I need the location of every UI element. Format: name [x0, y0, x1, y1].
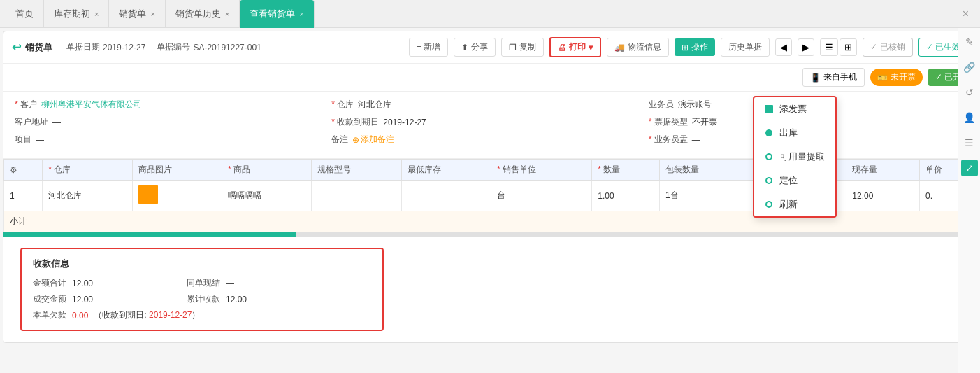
mobile-button[interactable]: 📱 来自手机: [802, 68, 865, 87]
tab-sales-history[interactable]: 销货单历史 ×: [166, 0, 240, 28]
col-unit: * 销售单位: [491, 160, 592, 181]
cell-index: 1: [4, 181, 43, 211]
gear-icon[interactable]: ⚙: [10, 165, 17, 175]
customer-label: 客户: [15, 99, 37, 111]
history-button[interactable]: 历史单据: [721, 38, 770, 57]
quantity-pick-icon: [764, 152, 774, 162]
copy-icon: ❐: [509, 43, 517, 52]
cell-product-img: [132, 181, 222, 211]
customer-value[interactable]: 柳州粤港平安气体有限公司: [41, 99, 142, 111]
same-order-field: 同单现结 —: [187, 277, 312, 289]
total-amount-field: 金额合计 12.00: [33, 277, 159, 289]
deal-amount-label: 成交金额: [33, 293, 66, 305]
dropdown-location[interactable]: 定位: [754, 169, 835, 192]
payment-row-1: 金额合计 12.00 同单现结 —: [33, 277, 371, 289]
dropdown-outstock[interactable]: 出库: [754, 121, 835, 145]
add-invoice-icon: [764, 104, 774, 114]
dropdown-quantity-pick[interactable]: 可用量提取: [754, 145, 835, 169]
employee-label: 业务员: [649, 99, 674, 111]
tab-close-sales[interactable]: ×: [150, 10, 154, 18]
document-actions: + 新增 ⬆ 分享 ❐ 复制 🖨 打印 ▾ 🚚 物流信息 ⊞ 操作: [409, 37, 968, 57]
print-dropdown-icon: ▾: [589, 43, 593, 52]
tab-sales-order[interactable]: 销货单 ×: [109, 0, 165, 28]
col-settings[interactable]: ⚙: [4, 160, 43, 181]
number-label: 单据编号: [157, 41, 190, 53]
sales-person-value: —: [692, 135, 700, 145]
same-order-value: —: [226, 279, 234, 288]
notes-field: 备注 ⊕ 添加备注: [331, 134, 648, 146]
employee-value: 演示账号: [678, 99, 712, 111]
due-date-value: 2019-12-27: [149, 310, 192, 320]
operate-button[interactable]: ⊞ 操作: [675, 38, 715, 56]
copy-button[interactable]: ❐ 复制: [501, 38, 544, 57]
tab-home[interactable]: 首页: [6, 0, 44, 28]
grid-icon: ⊞: [682, 43, 689, 52]
deal-amount-field: 成交金额 12.00: [33, 293, 159, 305]
cell-pack-qty: 1台: [660, 181, 749, 211]
address-label: 客户地址: [15, 116, 48, 128]
date-value: 2019-12-27: [103, 43, 145, 52]
doc-icon: ↩: [12, 41, 21, 54]
add-note-button[interactable]: ⊕ 添加备注: [352, 134, 394, 146]
tab-inventory-init[interactable]: 库存期初 ×: [44, 0, 109, 28]
cancelled-status-button[interactable]: ✓ 已核销: [863, 38, 912, 57]
overdue-value: 0.00: [72, 311, 88, 321]
cell-product: 嗝嗝嗝嗝: [222, 181, 312, 211]
sidebar-expand-icon[interactable]: ⤢: [961, 160, 978, 176]
number-value: SA-20191227-001: [193, 43, 261, 52]
tab-close-inventory[interactable]: ×: [94, 10, 99, 18]
deal-amount-value: 12.00: [72, 295, 93, 304]
sidebar-user-icon[interactable]: 👤: [961, 109, 978, 126]
print-button[interactable]: 🖨 打印 ▾: [549, 37, 601, 57]
next-button[interactable]: ▶: [798, 38, 814, 56]
sidebar-edit-icon[interactable]: ✎: [961, 34, 978, 50]
document-header: ↩ 销货单 单据日期 2019-12-27 单据编号 SA-20191227-0…: [3, 31, 977, 64]
tab-view-sales[interactable]: 查看销货单 ×: [240, 0, 314, 28]
date-label: 单据日期: [66, 41, 100, 53]
same-order-label: 同单现结: [187, 277, 220, 289]
mobile-icon: 📱: [810, 73, 821, 83]
cell-unit: 台: [491, 181, 592, 211]
col-current-stock: 现存量: [846, 160, 920, 181]
sub-toolbar: 📱 来自手机 🎫 未开票 ✓ 已开: [3, 64, 977, 92]
cell-warehouse: 河北仓库: [43, 181, 132, 211]
address-field: 客户地址 —: [15, 116, 331, 128]
check-icon: ✓: [870, 42, 877, 52]
print-icon: 🖨: [558, 43, 566, 52]
col-product: * 商品: [222, 160, 312, 181]
cumulative-payment-field: 累计收款 12.00: [187, 293, 312, 305]
sidebar-list-icon[interactable]: ☰: [961, 134, 978, 151]
warehouse-value: 河北仓库: [358, 99, 391, 111]
project-field: 项目 —: [15, 134, 331, 146]
col-product-img: 商品图片: [132, 160, 222, 181]
warehouse-label: 仓库: [331, 99, 354, 111]
unopened-button[interactable]: 🎫 未开票: [870, 69, 923, 86]
prev-button[interactable]: ◀: [775, 38, 792, 56]
document-title: ↩ 销货单: [12, 41, 52, 54]
ticket-type-label: 票据类型: [649, 116, 688, 128]
grid-view-button[interactable]: ⊞: [840, 38, 857, 56]
tab-close-history[interactable]: ×: [225, 10, 229, 18]
content-area: ↩ 销货单 单据日期 2019-12-27 单据编号 SA-20191227-0…: [3, 31, 977, 343]
confirm-icon: ✓: [935, 72, 942, 82]
dropdown-add-invoice[interactable]: 添发票: [754, 97, 835, 121]
list-view-button[interactable]: ☰: [820, 38, 838, 56]
sidebar-refresh-icon[interactable]: ↺: [961, 84, 978, 101]
payment-date-value: 2019-12-27: [383, 118, 426, 127]
logistics-button[interactable]: 🚚 物流信息: [607, 38, 669, 57]
cumulative-payment-label: 累计收款: [187, 293, 220, 305]
customer-field: 客户 柳州粤港平安气体有限公司: [15, 99, 331, 111]
notes-label: 备注: [331, 134, 348, 146]
tab-close-view-sales[interactable]: ×: [299, 10, 303, 18]
truck-icon: 🚚: [614, 43, 625, 52]
warehouse-field: 仓库 河北仓库: [331, 99, 648, 111]
doc-type-label: 销货单: [25, 41, 52, 54]
window-close-button[interactable]: ×: [957, 8, 974, 20]
product-image: [138, 185, 158, 204]
add-button[interactable]: + 新增: [409, 38, 448, 57]
payment-row-2: 成交金额 12.00 累计收款 12.00: [33, 293, 371, 305]
effective-check-icon: ✓: [926, 42, 933, 52]
share-button[interactable]: ⬆ 分享: [454, 38, 496, 57]
sidebar-link-icon[interactable]: 🔗: [961, 59, 978, 76]
dropdown-refresh[interactable]: 刷新: [754, 192, 835, 216]
